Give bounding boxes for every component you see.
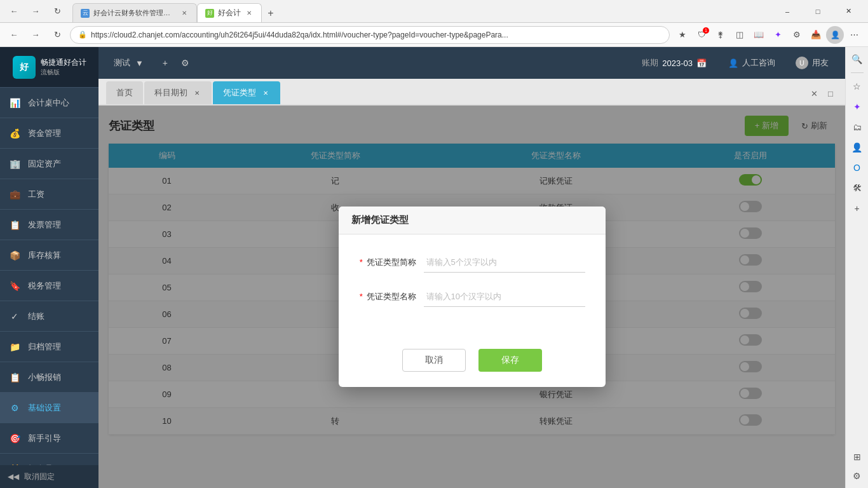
form-row-short: * 凭证类型简称	[359, 252, 585, 273]
sidebar-label-fixed-assets: 固定资产	[28, 158, 61, 170]
close-button[interactable]: ✕	[834, 0, 863, 23]
cancel-fixed-icon: ◀◀	[8, 472, 19, 481]
short-input[interactable]	[424, 252, 585, 273]
archive-icon: 📁	[8, 340, 22, 354]
back-button[interactable]: ←	[5, 3, 23, 20]
page-tab-subject-close[interactable]: ✕	[193, 88, 201, 97]
profile-icon[interactable]: 👤	[826, 26, 844, 44]
address-back-btn[interactable]: ←	[5, 26, 23, 44]
sidebar-cancel-fixed[interactable]: ◀◀ 取消固定	[0, 465, 98, 488]
required-mark-name: *	[360, 292, 363, 301]
user-label: 用友	[812, 57, 829, 69]
tab-fullscreen-ctrl[interactable]: □	[824, 86, 837, 100]
dashboard-icon: 📊	[8, 96, 22, 110]
sidebar-item-member[interactable]: 👑 畅会员	[0, 454, 98, 465]
url-text: https://cloud2.chanjet.com/accounting/uh…	[91, 30, 661, 39]
capital-icon: 💰	[8, 126, 22, 140]
calendar-icon[interactable]: 📅	[696, 58, 707, 68]
forward-button[interactable]: →	[27, 3, 44, 20]
rp-search-btn[interactable]: 🔍	[848, 50, 867, 69]
extensions-icon[interactable]: ⚵	[712, 26, 729, 44]
modal-overlay: 新增凭证类型 * 凭证类型简称 *	[98, 105, 845, 488]
logo-badge: 流畅版	[41, 68, 86, 77]
sidebar-item-inventory[interactable]: 📦 库存核算	[0, 240, 98, 271]
left-sidebar: 好 畅捷通好合计 流畅版 📊 会计桌中心 💰 资金管理 🏢 固定资产 💼 工资	[0, 47, 98, 488]
split-view-icon[interactable]: ◫	[731, 26, 749, 44]
browser-title-bar: ← → ↻ 云 好会计云财务软件管理系统_会计 ✕ 好 好会计 ✕ + – □ …	[0, 0, 868, 23]
modal-title: 新增凭证类型	[351, 214, 409, 226]
user-btn[interactable]: U 用友	[789, 54, 835, 72]
rp-history-btn[interactable]: 👤	[848, 138, 867, 157]
workspace-arrow-icon: ▼	[135, 58, 144, 68]
workspace-selector[interactable]: 测试 ▼	[109, 55, 149, 71]
tab-close-1[interactable]: ✕	[180, 9, 189, 18]
sidebar-item-salary[interactable]: 💼 工资	[0, 179, 98, 210]
rp-outlook-btn[interactable]: O	[848, 158, 867, 177]
new-tab-button[interactable]: +	[262, 4, 280, 22]
tax-icon: 🔖	[8, 279, 22, 293]
address-refresh-btn[interactable]: ↻	[48, 26, 66, 44]
favorites-icon[interactable]: ★	[674, 26, 691, 44]
guide-icon: 🎯	[8, 431, 22, 445]
page-tab-voucher-close[interactable]: ✕	[261, 88, 270, 97]
sidebar-label-guide: 新手引导	[28, 433, 61, 444]
page-tab-voucher[interactable]: 凭证类型 ✕	[213, 81, 280, 104]
sidebar-item-archive[interactable]: 📁 归档管理	[0, 332, 98, 362]
rp-collections-btn[interactable]: 🗂	[848, 118, 867, 137]
cancel-btn[interactable]: 取消	[402, 349, 466, 372]
address-forward-btn[interactable]: →	[27, 26, 44, 44]
user-avatar-icon: U	[796, 57, 808, 69]
sidebar-item-report[interactable]: 📋 小畅报销	[0, 362, 98, 393]
sidebar-logo: 好 畅捷通好合计 流畅版	[0, 47, 98, 88]
page-tab-home[interactable]: 首页	[106, 81, 143, 104]
immersive-reader-icon[interactable]: 📖	[750, 26, 768, 44]
ai-icon[interactable]: ✦	[769, 26, 787, 44]
rp-bottom: ⊞ ⚙	[848, 447, 867, 485]
rp-add-btn[interactable]: +	[848, 199, 867, 218]
workspace-settings-btn[interactable]: ⚙	[177, 54, 194, 72]
form-label-name-text: 凭证类型名称	[367, 292, 416, 301]
form-label-name: * 凭证类型名称	[359, 291, 416, 302]
win-controls: – □ ✕	[773, 0, 863, 23]
tab-close-2[interactable]: ✕	[245, 9, 254, 18]
modal-footer: 取消 保存	[339, 339, 606, 387]
rp-tools-btn[interactable]: 🛠	[848, 179, 867, 198]
sidebar-label-settle: 结账	[28, 311, 44, 322]
notification-badge: 1	[703, 27, 709, 34]
sidebar-item-fixed-assets[interactable]: 🏢 固定资产	[0, 149, 98, 179]
sidebar-item-dashboard[interactable]: 📊 会计桌中心	[0, 88, 98, 118]
page-tab-subject[interactable]: 科目期初 ✕	[144, 81, 212, 104]
cancel-fixed-label: 取消固定	[24, 471, 55, 482]
reload-button[interactable]: ↻	[48, 3, 66, 20]
maximize-button[interactable]: □	[803, 0, 832, 23]
app-wrapper: 好 畅捷通好合计 流畅版 📊 会计桌中心 💰 资金管理 🏢 固定资产 💼 工资	[0, 47, 868, 488]
sidebar-item-tax[interactable]: 🔖 税务管理	[0, 271, 98, 301]
shield-icon[interactable]: 🛡 1	[693, 26, 710, 44]
salary-icon: 💼	[8, 187, 22, 201]
consultant-btn[interactable]: 👤 人工咨询	[722, 55, 782, 71]
tab-close-ctrl[interactable]: ✕	[807, 86, 821, 100]
save-btn[interactable]: 保存	[478, 349, 542, 372]
sidebar-scroll[interactable]: 📊 会计桌中心 💰 资金管理 🏢 固定资产 💼 工资 📋 发票管理 📦	[0, 88, 98, 465]
sidebar-item-invoice[interactable]: 📋 发票管理	[0, 210, 98, 240]
browser-tab-1[interactable]: 云 好会计云财务软件管理系统_会计 ✕	[72, 3, 197, 22]
add-workspace-btn[interactable]: +	[156, 54, 174, 72]
rp-settings-btn[interactable]: ⚙	[848, 466, 867, 485]
address-bar: ← → ↻ 🔒 https://cloud2.chanjet.com/accou…	[0, 23, 868, 47]
menu-icon[interactable]: ⋯	[845, 26, 863, 44]
sidebar-item-capital[interactable]: 💰 资金管理	[0, 118, 98, 149]
collections-icon[interactable]: ⚙	[788, 26, 806, 44]
sidebar-item-settings[interactable]: ⚙ 基础设置	[0, 393, 98, 423]
address-input[interactable]: 🔒 https://cloud2.chanjet.com/accounting/…	[70, 26, 670, 44]
minimize-button[interactable]: –	[773, 0, 802, 23]
browser-tab-2[interactable]: 好 好会计 ✕	[197, 3, 262, 22]
inventory-icon: 📦	[8, 248, 22, 262]
rp-copilot-btn[interactable]: ✦	[848, 97, 867, 116]
modal-header: 新增凭证类型	[339, 207, 606, 234]
rp-grid-btn[interactable]: ⊞	[848, 447, 867, 466]
sidebar-item-guide[interactable]: 🎯 新手引导	[0, 423, 98, 454]
save-icon[interactable]: 📥	[807, 26, 825, 44]
rp-favorites-btn[interactable]: ☆	[848, 77, 867, 96]
sidebar-item-settle[interactable]: ✓ 结账	[0, 301, 98, 332]
name-input[interactable]	[424, 287, 585, 307]
